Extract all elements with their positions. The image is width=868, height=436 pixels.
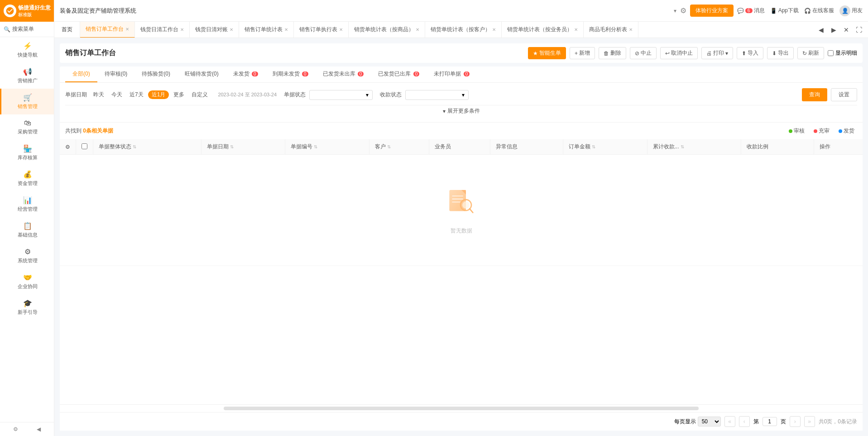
stop-btn[interactable]: ⊘ 中止 (630, 47, 657, 59)
tab-cash-daily-close[interactable]: ✕ (180, 27, 184, 32)
tab-next-btn[interactable]: ▶ (828, 24, 839, 35)
tab-cash-reconcile-close[interactable]: ✕ (230, 27, 233, 32)
page-number-input[interactable] (762, 417, 777, 426)
import-btn[interactable]: ⬆ 导入 (737, 47, 763, 59)
gear-icon[interactable]: ⚙ (680, 6, 686, 15)
message-btn[interactable]: 💬 6 消息 (737, 7, 765, 14)
app-download-btn[interactable]: 📱 App下载 (770, 7, 799, 14)
sidebar-item-system[interactable]: ⚙ 系统管理 (0, 243, 54, 269)
shortcut-yesterday[interactable]: 昨天 (91, 90, 107, 100)
expand-btn[interactable]: ▾ 展开更多条件 (65, 105, 857, 117)
shortcut-more[interactable]: 更多 (171, 90, 187, 100)
sidebar-item-guide[interactable]: 🎓 新手引导 (0, 294, 54, 320)
filter-tab-overdue-not-shipped[interactable]: 到期未发货 0 (265, 66, 316, 82)
horizontal-scrollbar[interactable] (224, 407, 699, 410)
tab-sales-stat-customer[interactable]: 销货单统计表（按客户） ✕ (425, 22, 502, 38)
tab-sales-order[interactable]: 销售订单工作台 ✕ (80, 22, 135, 38)
tab-sales-stat-close[interactable]: ✕ (284, 27, 288, 32)
solution-btn[interactable]: 体验行业方案 (690, 5, 734, 17)
filter-tab-wangpu[interactable]: 旺铺待发货(0) (177, 66, 226, 82)
new-btn[interactable]: + 新增 (570, 47, 595, 59)
th-received[interactable]: 累计收款...⇅ (647, 139, 741, 155)
sidebar-item-base-info[interactable]: 📋 基础信息 (0, 217, 54, 243)
shortcut-custom[interactable]: 自定义 (189, 90, 211, 100)
payment-select[interactable]: ▾ (405, 90, 469, 100)
filter-tab-pending-review[interactable]: 待审核(0) (97, 66, 135, 82)
table-action-btns: 审核 充审 发货 (786, 126, 857, 136)
th-check[interactable] (76, 139, 93, 155)
query-btn[interactable]: 查询 (802, 88, 827, 101)
header-actions: 💬 6 消息 📱 App下载 🎧 在线客服 👤 用友 (737, 5, 863, 16)
tab-sales-stat-staff[interactable]: 销货单统计表（按业务员） ✕ (502, 22, 584, 38)
sidebar-item-purchase[interactable]: 🛍 采购管理 (0, 114, 54, 140)
cancel-review-action-btn[interactable]: 充审 (811, 126, 832, 136)
sidebar-item-inventory[interactable]: 🏪 库存核算 (0, 140, 54, 166)
tab-product-margin[interactable]: 商品毛利分析表 ✕ (584, 22, 638, 38)
cancel-stop-btn[interactable]: ↩ 取消中止 (660, 47, 698, 59)
scrollbar-area[interactable] (60, 404, 863, 412)
filter-tab-not-shipped[interactable]: 未发货 0 (226, 66, 265, 82)
sidebar-search-item[interactable]: 🔍 搜索菜单 (0, 22, 54, 37)
filter-tab-pending-inspect[interactable]: 待拣验货(0) (134, 66, 177, 82)
filter-tab-shipped-not-warehoused[interactable]: 已发货未出库 0 (316, 66, 371, 82)
sidebar-item-marketing[interactable]: 📢 营销推广 (0, 63, 54, 89)
tab-sales-stat-product-close[interactable]: ✕ (416, 27, 419, 32)
show-detail-checkbox[interactable] (828, 50, 834, 56)
online-service-btn[interactable]: 🎧 在线客服 (804, 7, 834, 14)
svg-point-5 (462, 201, 470, 209)
tab-sales-exec[interactable]: 销售订单执行表 ✕ (294, 22, 349, 38)
sidebar-item-quick-nav[interactable]: ⚡ 快捷导航 (0, 37, 54, 63)
tab-cash-daily[interactable]: 钱货日清工作台 ✕ (135, 22, 190, 38)
settings-icon[interactable]: ⚙ (13, 426, 18, 432)
filter-tab-all[interactable]: 全部(0) (65, 66, 97, 82)
tab-sales-stat[interactable]: 销售订单统计表 ✕ (239, 22, 294, 38)
show-detail-label[interactable]: 显示明细 (828, 49, 857, 57)
sidebar-item-finance[interactable]: 💰 资金管理 (0, 166, 54, 191)
th-number[interactable]: 单据编号⇅ (285, 139, 369, 155)
review-action-btn[interactable]: 审核 (786, 126, 807, 136)
th-settings[interactable]: ⚙ (60, 139, 76, 155)
filter-tab-shipped-warehoused[interactable]: 已发货已出库 0 (371, 66, 427, 82)
th-amount[interactable]: 订单金额⇅ (563, 139, 647, 155)
select-all-checkbox[interactable] (82, 143, 87, 149)
page-size-dropdown[interactable]: 10 20 50 100 (698, 417, 721, 427)
tab-sales-stat-product[interactable]: 销货单统计表（按商品） ✕ (349, 22, 425, 38)
th-customer[interactable]: 客户⇅ (369, 139, 429, 155)
smart-create-btn[interactable]: ★ 智能生单 (528, 47, 566, 59)
filter-tab-not-printed[interactable]: 未打印单据 0 (427, 66, 477, 82)
export-btn[interactable]: ⬇ 导出 (767, 47, 794, 59)
last-page-btn[interactable]: » (804, 416, 815, 427)
th-date[interactable]: 单据日期⇅ (201, 139, 285, 155)
tab-close-all-btn[interactable]: ✕ (841, 24, 852, 35)
first-page-btn[interactable]: « (724, 416, 735, 427)
print-btn[interactable]: 🖨 打印 ▾ (701, 47, 733, 59)
empty-state: 暂无数据 (65, 158, 857, 262)
shortcut-1month[interactable]: 近1月 (148, 90, 169, 99)
ship-action-btn[interactable]: 发货 (836, 126, 857, 136)
sidebar-item-operations[interactable]: 📊 经营管理 (0, 191, 54, 217)
next-page-btn[interactable]: › (790, 416, 801, 427)
prev-page-btn[interactable]: ‹ (739, 416, 750, 427)
user-menu[interactable]: 👤 用友 (839, 5, 863, 16)
tab-cash-reconcile[interactable]: 钱货日清对账 ✕ (190, 22, 239, 38)
shortcut-7days[interactable]: 近7天 (127, 90, 146, 100)
tab-sales-stat-staff-close[interactable]: ✕ (574, 27, 578, 32)
expand-arrow-icon[interactable]: ▾ (674, 8, 676, 14)
tab-home[interactable]: 首页 (54, 22, 80, 38)
collapse-icon[interactable]: ◀ (37, 426, 41, 432)
status-select[interactable]: ▾ (309, 90, 373, 100)
delete-btn[interactable]: 🗑 删除 (599, 47, 626, 59)
sidebar-item-sales[interactable]: 🛒 销售管理 (0, 89, 54, 114)
refresh-btn[interactable]: ↻ 刷新 (797, 47, 824, 59)
print-arrow-icon: ▾ (725, 50, 728, 57)
filter-settings-btn[interactable]: 设置 (831, 88, 857, 101)
tab-product-margin-close[interactable]: ✕ (629, 27, 633, 32)
tab-sales-exec-close[interactable]: ✕ (339, 27, 343, 32)
tab-maximize-btn[interactable]: ⛶ (854, 24, 864, 35)
sidebar-item-enterprise[interactable]: 🤝 企业协同 (0, 269, 54, 294)
tab-sales-order-close[interactable]: ✕ (125, 27, 129, 32)
tab-prev-btn[interactable]: ◀ (815, 24, 826, 35)
shortcut-today[interactable]: 今天 (109, 90, 125, 100)
tab-sales-stat-customer-close[interactable]: ✕ (492, 27, 496, 32)
th-status[interactable]: 单据整体状态⇅ (93, 139, 201, 155)
